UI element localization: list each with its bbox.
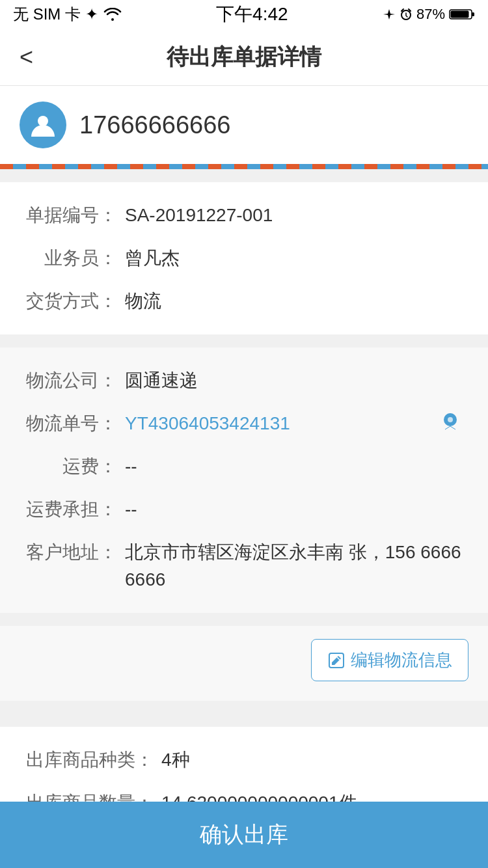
- confirm-btn-label: 确认出库: [200, 822, 288, 847]
- freight-row: 运费： --: [26, 453, 462, 480]
- avatar: [20, 102, 66, 148]
- status-time: 下午4:42: [216, 2, 288, 27]
- edit-icon: [327, 651, 346, 670]
- freight-bearer-label: 运费承担：: [26, 496, 117, 523]
- user-icon: [29, 111, 57, 139]
- svg-point-4: [38, 116, 48, 126]
- freight-value: --: [125, 453, 462, 480]
- goods-type-label: 出库商品种类：: [26, 746, 154, 774]
- freight-label: 运费：: [26, 453, 117, 480]
- address-row: 客户地址： 北京市市辖区海淀区永丰南 张，156 6666 6666: [26, 539, 462, 593]
- separator-1: [0, 701, 488, 714]
- salesperson-row: 业务员： 曾凡杰: [26, 245, 462, 272]
- customer-header: 17666666666: [0, 86, 488, 164]
- svg-rect-3: [451, 11, 469, 18]
- customer-phone: 17666666666: [79, 111, 230, 139]
- order-no-label: 单据编号：: [26, 202, 117, 229]
- status-bar: 无 SIM 卡 ✦ 下午4:42 87%: [0, 0, 488, 29]
- goods-type-value: 4种: [161, 746, 462, 774]
- salesperson-label: 业务员：: [26, 245, 117, 272]
- freight-bearer-value: --: [125, 496, 462, 523]
- tracking-row: 物流单号： YT43064053424131: [26, 410, 462, 437]
- page-title: 待出库单据详情: [167, 42, 321, 72]
- nav-bar: < 待出库单据详情: [0, 29, 488, 86]
- location-service-icon: [383, 8, 396, 21]
- delivery-row: 交货方式： 物流: [26, 288, 462, 315]
- goods-type-row: 出库商品种类： 4种: [26, 746, 462, 774]
- svg-rect-2: [472, 12, 474, 16]
- order-no-row: 单据编号： SA-20191227-001: [26, 202, 462, 229]
- edit-logistics-button[interactable]: 编辑物流信息: [311, 639, 468, 681]
- status-left: 无 SIM 卡 ✦: [13, 4, 122, 25]
- order-info-card: 单据编号： SA-20191227-001 业务员： 曾凡杰 交货方式： 物流: [0, 182, 488, 334]
- tracking-value: YT43064053424131: [125, 410, 433, 437]
- track-location-button[interactable]: [439, 410, 462, 433]
- edit-logistics-row: 编辑物流信息: [0, 626, 488, 701]
- order-no-value: SA-20191227-001: [125, 202, 462, 229]
- confirm-button[interactable]: 确认出库: [0, 802, 488, 868]
- battery-text: 87%: [416, 6, 445, 23]
- wifi-icon: [103, 8, 122, 21]
- edit-logistics-label: 编辑物流信息: [351, 649, 452, 671]
- tracking-label: 物流单号：: [26, 410, 117, 437]
- back-button[interactable]: <: [20, 44, 33, 71]
- logistics-card: 物流公司： 圆通速递 物流单号： YT43064053424131 运费： --…: [0, 347, 488, 613]
- delivery-label: 交货方式：: [26, 288, 117, 315]
- dashed-separator: [0, 164, 488, 169]
- company-value: 圆通速递: [125, 367, 462, 394]
- status-right: 87%: [383, 6, 475, 23]
- address-label: 客户地址：: [26, 539, 117, 566]
- company-row: 物流公司： 圆通速递: [26, 367, 462, 394]
- alarm-icon: [400, 8, 413, 21]
- freight-bearer-row: 运费承担： --: [26, 496, 462, 523]
- company-label: 物流公司：: [26, 367, 117, 394]
- delivery-value: 物流: [125, 288, 462, 315]
- sim-status: 无 SIM 卡 ✦: [13, 4, 98, 25]
- address-value: 北京市市辖区海淀区永丰南 张，156 6666 6666: [125, 539, 462, 593]
- salesperson-value: 曾凡杰: [125, 245, 462, 272]
- battery-icon: [449, 8, 475, 21]
